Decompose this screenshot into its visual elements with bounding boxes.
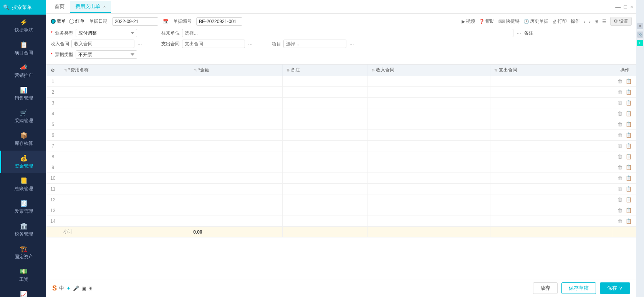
save-button[interactable]: 保存 ∨ <box>600 282 630 294</box>
tab-home[interactable]: 首页 <box>49 1 70 13</box>
row-expense-name[interactable] <box>60 216 190 227</box>
row-amount[interactable] <box>190 194 283 205</box>
row-expense-name[interactable] <box>60 173 190 184</box>
col-gear[interactable]: ⚙ <box>46 65 60 76</box>
row-income-contract[interactable] <box>368 130 490 141</box>
row-expense-name[interactable] <box>60 184 190 194</box>
sidebar-item-invoice-mgmt[interactable]: 🧾 发票管理 <box>0 196 46 219</box>
tab-expense[interactable]: 费用支出单 × <box>70 1 111 13</box>
delete-row-icon[interactable]: 🗑 <box>618 207 622 213</box>
maximize-button[interactable]: □ <box>624 4 627 10</box>
row-expense-contract[interactable] <box>490 76 613 87</box>
radio-red[interactable]: 红单 <box>69 18 84 25</box>
list-view-icon[interactable]: ☰ <box>602 19 606 24</box>
row-expense-contract[interactable] <box>490 108 613 119</box>
chevron-left-icon[interactable]: ‹ <box>584 19 585 24</box>
row-income-contract[interactable] <box>368 205 490 216</box>
copy-row-icon[interactable]: 📋 <box>626 175 632 181</box>
row-income-contract[interactable] <box>368 76 490 87</box>
discard-button[interactable]: 放弃 <box>533 282 558 294</box>
row-expense-name[interactable] <box>60 119 190 130</box>
row-remark[interactable] <box>282 216 368 227</box>
delete-row-icon[interactable]: 🗑 <box>618 186 622 192</box>
row-amount[interactable] <box>190 98 283 108</box>
row-income-contract[interactable] <box>368 162 490 173</box>
sidebar-item-fixed-assets[interactable]: 🏗️ 固定资产 <box>0 241 46 264</box>
row-remark[interactable] <box>282 108 368 119</box>
row-remark[interactable] <box>282 151 368 162</box>
video-btn[interactable]: ▶ 视频 <box>462 18 475 25</box>
row-income-contract[interactable] <box>368 119 490 130</box>
row-expense-name[interactable] <box>60 108 190 119</box>
row-expense-name[interactable] <box>60 98 190 108</box>
copy-row-icon[interactable]: 📋 <box>626 111 632 116</box>
grid-view-icon[interactable]: ⊞ <box>594 19 598 24</box>
copy-row-icon[interactable]: 📋 <box>626 89 632 95</box>
row-remark[interactable] <box>282 130 368 141</box>
row-expense-name[interactable] <box>60 194 190 205</box>
date-value[interactable]: 2022-09-21 <box>112 17 158 26</box>
row-income-contract[interactable] <box>368 184 490 194</box>
row-expense-name[interactable] <box>60 162 190 173</box>
calendar-icon[interactable]: 📅 <box>163 19 169 24</box>
row-expense-name[interactable] <box>60 205 190 216</box>
expense-contract-input[interactable] <box>182 40 245 48</box>
shortcut-btn[interactable]: ⌨ 快捷键 <box>498 18 520 25</box>
sidebar-item-ops-mgmt[interactable]: 📈 经营管理 <box>0 287 46 297</box>
row-expense-contract[interactable] <box>490 98 613 108</box>
copy-row-icon[interactable]: 📋 <box>626 207 632 213</box>
delete-row-icon[interactable]: 🗑 <box>618 78 622 84</box>
row-amount[interactable] <box>190 216 283 227</box>
side-indicator-2[interactable]: 📎 <box>637 32 643 38</box>
counterpart-input[interactable] <box>182 29 513 37</box>
sidebar-item-ledger-mgmt[interactable]: 📒 总账管理 <box>0 173 46 196</box>
expense-contract-more-icon[interactable]: ··· <box>248 41 253 47</box>
delete-row-icon[interactable]: 🗑 <box>618 111 622 116</box>
row-amount[interactable] <box>190 87 283 98</box>
row-amount[interactable] <box>190 130 283 141</box>
row-expense-contract[interactable] <box>490 173 613 184</box>
row-income-contract[interactable] <box>368 141 490 151</box>
row-remark[interactable] <box>282 141 368 151</box>
row-expense-name[interactable] <box>60 87 190 98</box>
row-expense-name[interactable] <box>60 151 190 162</box>
row-amount[interactable] <box>190 151 283 162</box>
close-button[interactable]: × <box>630 4 633 10</box>
row-income-contract[interactable] <box>368 87 490 98</box>
row-expense-name[interactable] <box>60 141 190 151</box>
row-remark[interactable] <box>282 173 368 184</box>
copy-row-icon[interactable]: 📋 <box>626 164 632 170</box>
chevron-right-icon[interactable]: › <box>589 19 591 24</box>
row-amount[interactable] <box>190 162 283 173</box>
delete-row-icon[interactable]: 🗑 <box>618 175 622 181</box>
project-input[interactable] <box>283 40 346 48</box>
row-income-contract[interactable] <box>368 98 490 108</box>
copy-row-icon[interactable]: 📋 <box>626 121 632 127</box>
delete-row-icon[interactable]: 🗑 <box>618 121 622 127</box>
copy-row-icon[interactable]: 📋 <box>626 218 632 224</box>
sidebar-item-capital-mgmt[interactable]: 💰 资金管理 <box>0 151 46 173</box>
row-expense-contract[interactable] <box>490 216 613 227</box>
income-contract-input[interactable] <box>71 40 134 48</box>
row-expense-contract[interactable] <box>490 87 613 98</box>
row-income-contract[interactable] <box>368 194 490 205</box>
row-remark[interactable] <box>282 87 368 98</box>
delete-row-icon[interactable]: 🗑 <box>618 89 622 95</box>
operate-btn[interactable]: 操作 <box>571 18 580 25</box>
row-expense-contract[interactable] <box>490 151 613 162</box>
side-indicator-1[interactable]: ≡ <box>637 23 643 29</box>
biz-type-select[interactable]: 应付调整 <box>76 29 137 37</box>
row-remark[interactable] <box>282 205 368 216</box>
copy-row-icon[interactable]: 📋 <box>626 143 632 149</box>
sidebar-item-tax-mgmt[interactable]: 🏛️ 税务管理 <box>0 219 46 241</box>
row-income-contract[interactable] <box>368 151 490 162</box>
sidebar-item-marketing[interactable]: 📣 营销推广 <box>0 60 46 83</box>
sidebar-item-sales-mgmt[interactable]: 📊 销售管理 <box>0 83 46 105</box>
ticket-type-select[interactable]: 不开票 <box>76 50 137 59</box>
row-expense-contract[interactable] <box>490 141 613 151</box>
row-expense-contract[interactable] <box>490 119 613 130</box>
row-income-contract[interactable] <box>368 108 490 119</box>
copy-row-icon[interactable]: 📋 <box>626 154 632 159</box>
copy-row-icon[interactable]: 📋 <box>626 78 632 84</box>
copy-row-icon[interactable]: 📋 <box>626 132 632 138</box>
